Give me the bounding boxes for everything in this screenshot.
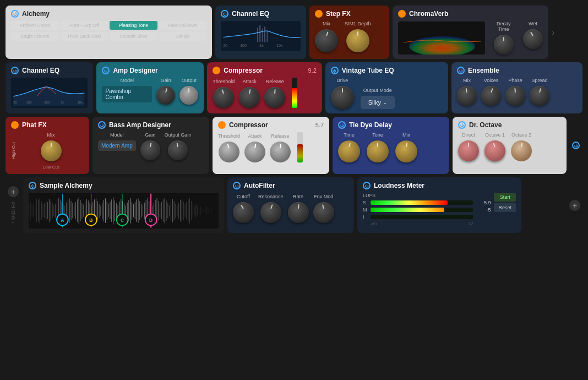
preset-bright-chords[interactable]: Bright Chords bbox=[11, 32, 59, 41]
add-right-panel: + bbox=[567, 177, 582, 233]
dr-octave-direct-knob[interactable] bbox=[458, 140, 479, 161]
preset-smooth-slow[interactable]: Smooth Slow bbox=[110, 32, 157, 41]
comp-light-threshold-knob[interactable] bbox=[219, 142, 239, 162]
row1-scroll-right[interactable]: › bbox=[552, 6, 554, 59]
loudness-start-btn[interactable]: Start bbox=[494, 193, 516, 202]
comp-red-threshold-group: Threshold bbox=[213, 79, 235, 108]
chroma-verb-decay-group: Decay Time bbox=[491, 21, 516, 55]
af-rate-knob[interactable] bbox=[288, 202, 309, 223]
vteq-drive-knob[interactable] bbox=[331, 86, 354, 109]
bass-model-selector[interactable]: Modern Amp bbox=[98, 140, 136, 151]
bass-output-knob[interactable] bbox=[168, 140, 188, 160]
step-fx-title: Step FX bbox=[326, 10, 351, 18]
tie-dye-mix-knob[interactable] bbox=[395, 140, 417, 162]
loudness-power[interactable]: ⏻ bbox=[363, 182, 371, 189]
tie-dye-power[interactable]: ⏻ bbox=[338, 121, 346, 129]
compressor-red-power[interactable]: ⏻ bbox=[213, 67, 220, 74]
loudness-reset-btn[interactable]: Reset bbox=[494, 203, 516, 212]
comp-red-threshold-knob[interactable] bbox=[213, 87, 234, 108]
phat-fx-power[interactable]: ⏻ bbox=[11, 121, 19, 129]
svg-rect-21 bbox=[35, 207, 35, 214]
channel-eq-sm-title: Channel EQ bbox=[22, 67, 59, 74]
loudness-meters-container: LUFS S -5.9 M bbox=[363, 193, 491, 226]
meter-s-value: -5.9 bbox=[475, 200, 491, 205]
ensemble-phase-knob[interactable] bbox=[505, 86, 525, 106]
ensemble-mix-knob[interactable] bbox=[457, 86, 477, 106]
comp-light-attack-knob[interactable] bbox=[244, 142, 265, 162]
preset-pleasing-tone[interactable]: Pleasing Tone bbox=[110, 21, 157, 30]
chroma-verb-power[interactable]: ⏻ bbox=[398, 10, 406, 18]
step-fx-power[interactable]: ⏻ bbox=[315, 10, 323, 18]
channel-eq-large-power[interactable]: ⏻ bbox=[221, 10, 228, 18]
svg-rect-101 bbox=[160, 204, 160, 218]
dr-octave-oct1-knob[interactable] bbox=[484, 140, 505, 161]
svg-text:20: 20 bbox=[223, 44, 227, 47]
alchemy-power-btn[interactable]: ⏻ bbox=[11, 10, 19, 18]
chroma-verb-wet-label: Wet bbox=[529, 21, 537, 26]
preset-anthem-chord[interactable]: Anthem Chord bbox=[11, 21, 59, 30]
add-right-btn[interactable]: + bbox=[569, 200, 580, 211]
af-resonance-label: Resonance bbox=[258, 194, 284, 199]
comp-light-threshold-label: Threshold bbox=[218, 133, 240, 139]
alchemy-plugin: ⏻ Alchemy Anthem Chord Pure – Arp Off Pl… bbox=[6, 6, 212, 59]
af-cutoff-label: Cutoff bbox=[237, 194, 250, 199]
comp-light-release-knob[interactable] bbox=[270, 142, 291, 162]
preset-fast-updown[interactable]: Fast Up/Down bbox=[159, 21, 207, 30]
compressor-light-power[interactable]: ⏻ bbox=[218, 121, 226, 129]
chroma-verb-plugin: ⏻ ChromaVerb bbox=[393, 6, 548, 59]
svg-rect-5 bbox=[259, 25, 260, 42]
tie-dye-title: Tie Dye Delay bbox=[349, 121, 392, 129]
chroma-verb-wet-knob[interactable] bbox=[523, 29, 543, 49]
meter-i-bar-bg bbox=[371, 215, 473, 219]
phat-fx-mix-knob[interactable] bbox=[41, 140, 62, 161]
svg-rect-43 bbox=[69, 198, 70, 222]
preset-simple[interactable]: Simple bbox=[159, 32, 207, 41]
svg-rect-25 bbox=[41, 202, 42, 220]
ensemble-voices-knob[interactable] bbox=[481, 86, 501, 106]
svg-rect-122 bbox=[193, 204, 193, 218]
sample-alchemy-power[interactable]: ⏻ bbox=[29, 182, 36, 189]
ensemble-voices-group: Voices bbox=[481, 78, 501, 106]
svg-rect-106 bbox=[167, 203, 168, 218]
step-fx-mix-knob[interactable] bbox=[315, 29, 338, 52]
amp-gain-knob[interactable] bbox=[156, 86, 175, 105]
amp-designer-title: Amp Designer bbox=[113, 67, 157, 74]
dr-octave-power[interactable]: ⏻ bbox=[458, 121, 466, 129]
svg-rect-104 bbox=[165, 198, 165, 223]
preset-pure-arp[interactable]: Pure – Arp Off bbox=[61, 21, 108, 30]
af-resonance-knob[interactable] bbox=[260, 202, 281, 223]
add-midi-fx-btn[interactable]: + bbox=[8, 186, 19, 197]
af-envmod-knob[interactable] bbox=[313, 202, 334, 223]
meter-row-s: S -5.9 bbox=[363, 200, 491, 205]
svg-rect-70 bbox=[111, 199, 112, 222]
tie-dye-tone-knob[interactable] bbox=[367, 140, 389, 162]
ensemble-power[interactable]: ⏻ bbox=[457, 67, 465, 74]
row3-overflow-power-btn[interactable]: ⏻ bbox=[572, 142, 580, 149]
sample-alchemy-plugin: ⏻ Sample Alchemy bbox=[23, 177, 224, 233]
amp-model-selector[interactable]: Pawnshop Combo bbox=[102, 86, 152, 102]
auto-filter-power[interactable]: ⏻ bbox=[233, 182, 241, 189]
vteq-mode-selector[interactable]: Silky ⌄ bbox=[361, 96, 395, 109]
chroma-verb-decay-knob[interactable] bbox=[494, 35, 514, 55]
amp-designer-power[interactable]: ⏻ bbox=[102, 67, 110, 74]
svg-rect-45 bbox=[72, 203, 73, 218]
svg-rect-19 bbox=[32, 205, 32, 216]
comp-red-release-knob[interactable] bbox=[264, 87, 285, 108]
bass-amp-power[interactable]: ⏻ bbox=[98, 121, 106, 129]
tie-dye-time-knob[interactable] bbox=[338, 140, 360, 162]
row3-overflow-power: ⏻ bbox=[570, 117, 582, 174]
ensemble-spread-knob[interactable] bbox=[530, 86, 549, 106]
svg-rect-112 bbox=[177, 206, 177, 216]
dr-octave-oct2-knob[interactable] bbox=[511, 140, 532, 161]
af-cutoff-knob[interactable] bbox=[233, 202, 254, 223]
comp-red-attack-knob[interactable] bbox=[239, 87, 260, 108]
step-fx-depth-knob[interactable] bbox=[346, 29, 369, 52]
svg-rect-118 bbox=[186, 202, 187, 219]
ensemble-phase-group: Phase bbox=[505, 78, 525, 106]
vintage-tube-eq-power[interactable]: ⏻ bbox=[331, 67, 339, 74]
channel-eq-sm-power[interactable]: ⏻ bbox=[11, 67, 19, 74]
bass-gain-knob[interactable] bbox=[140, 140, 160, 160]
preset-thick-beat[interactable]: Thick Back Beat bbox=[61, 32, 108, 41]
step-fx-mix-group: Mix bbox=[315, 21, 338, 52]
amp-output-knob[interactable] bbox=[179, 86, 198, 105]
